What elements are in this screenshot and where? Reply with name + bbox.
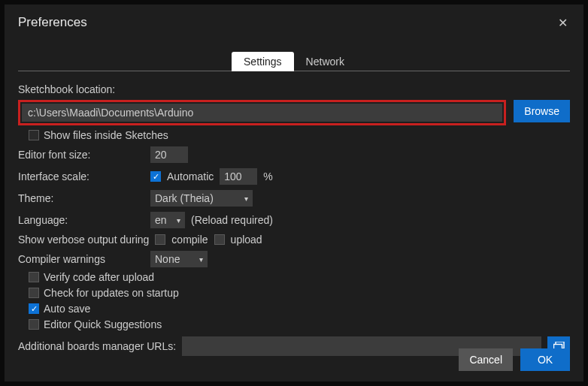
chevron-down-icon: ▾: [244, 195, 248, 203]
settings-panel: Sketchbook location: Browse Show files i…: [5, 71, 583, 356]
chevron-down-icon: ▾: [199, 255, 203, 264]
sketchbook-location-label: Sketchbook location:: [18, 83, 570, 95]
check-updates-label: Check for updates on startup: [44, 287, 179, 299]
show-files-label: Show files inside Sketches: [44, 129, 168, 141]
theme-label: Theme:: [18, 192, 144, 204]
language-value: en: [155, 214, 167, 226]
autosave-label: Auto save: [44, 303, 90, 315]
titlebar: Preferences ✕: [5, 5, 583, 30]
compiler-warnings-value: None: [155, 253, 180, 265]
upload-label: upload: [231, 234, 262, 246]
font-size-input[interactable]: [150, 146, 188, 163]
tabs: Settings Network: [18, 51, 570, 71]
quick-suggestions-label: Editor Quick Suggestions: [44, 318, 162, 330]
interface-scale-label: Interface scale:: [18, 170, 144, 182]
tabs-container: Settings Network: [5, 51, 583, 71]
compile-checkbox[interactable]: [155, 234, 165, 245]
verbose-output-label: Show verbose output during: [18, 234, 149, 246]
cancel-button[interactable]: Cancel: [459, 348, 513, 371]
font-size-label: Editor font size:: [18, 149, 144, 161]
theme-select[interactable]: Dark (Theia) ▾: [150, 190, 253, 207]
check-updates-checkbox[interactable]: [29, 288, 39, 298]
interface-scale-input[interactable]: [220, 168, 257, 185]
additional-urls-label: Additional boards manager URLs:: [18, 340, 176, 352]
show-files-checkbox[interactable]: [29, 130, 39, 140]
language-label: Language:: [18, 214, 144, 226]
compile-label: compile: [171, 234, 208, 246]
sketchbook-highlight: [18, 100, 506, 125]
tab-network[interactable]: Network: [294, 52, 356, 71]
verify-after-upload-label: Verify code after upload: [44, 271, 154, 283]
chevron-down-icon: ▾: [177, 216, 180, 225]
browse-button[interactable]: Browse: [514, 100, 570, 122]
close-icon[interactable]: ✕: [555, 15, 570, 30]
preferences-dialog: Preferences ✕ Settings Network Sketchboo…: [5, 5, 583, 381]
verify-after-upload-checkbox[interactable]: [29, 272, 39, 282]
dialog-title: Preferences: [18, 15, 87, 30]
language-select[interactable]: en ▾: [150, 212, 185, 228]
autosave-checkbox[interactable]: [29, 303, 39, 314]
compiler-warnings-select[interactable]: None ▾: [150, 251, 208, 267]
automatic-checkbox[interactable]: [150, 171, 161, 182]
automatic-label: Automatic: [167, 170, 214, 182]
reload-required-label: (Reload required): [191, 214, 273, 226]
ok-button[interactable]: OK: [520, 348, 570, 371]
theme-value: Dark (Theia): [155, 192, 214, 204]
upload-checkbox[interactable]: [214, 234, 225, 245]
sketchbook-location-input[interactable]: [22, 104, 502, 122]
percent-label: %: [263, 170, 272, 182]
dialog-footer: Cancel OK: [459, 348, 570, 371]
quick-suggestions-checkbox[interactable]: [29, 319, 39, 330]
compiler-warnings-label: Compiler warnings: [18, 253, 144, 265]
tab-settings[interactable]: Settings: [232, 52, 294, 71]
